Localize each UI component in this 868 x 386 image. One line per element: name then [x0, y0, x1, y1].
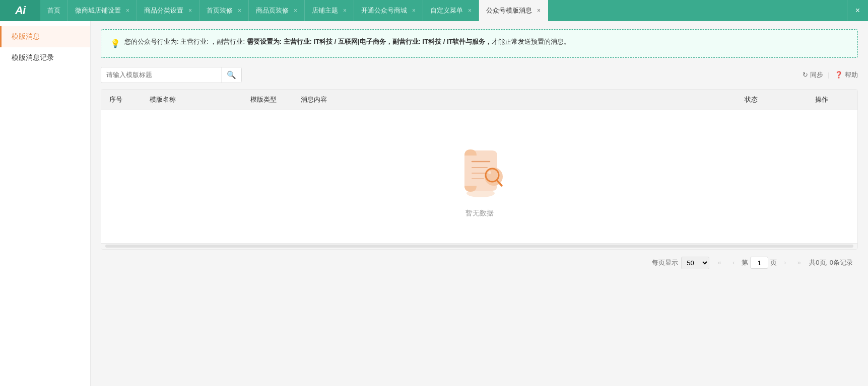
- page-prefix: 第: [742, 258, 748, 267]
- empty-icon: [449, 140, 510, 201]
- nav-tab-微商城店铺设置[interactable]: 微商城店铺设置×: [68, 0, 137, 21]
- page-suffix: 页: [770, 258, 777, 267]
- nav-tab-label: 公众号模版消息: [486, 6, 532, 15]
- nav-tab-label: 首页装修: [207, 6, 233, 15]
- nav-tab-label: 店铺主题: [312, 6, 338, 15]
- table-scrollbar[interactable]: [101, 243, 857, 249]
- help-icon: ❓: [835, 71, 843, 79]
- nav-tab-close[interactable]: ×: [537, 7, 541, 14]
- nav-tabs: 首页微商城店铺设置×商品分类设置×首页装修×商品页装修×店铺主题×开通公众号商城…: [40, 0, 847, 21]
- nav-tab-close[interactable]: ×: [412, 7, 416, 14]
- col-header-content: 消息内容: [293, 90, 737, 110]
- sidebar-item-模版消息记录[interactable]: 模版消息记录: [0, 47, 90, 68]
- alert-icon: 💡: [110, 37, 120, 50]
- global-close-button[interactable]: ×: [847, 0, 868, 21]
- col-header-name: 模版名称: [142, 90, 242, 110]
- search-bar: 🔍 ↻ 同步 | ❓ 帮助: [101, 67, 858, 83]
- nav-tab-close[interactable]: ×: [238, 7, 241, 14]
- sync-icon: ↻: [803, 71, 808, 79]
- search-button[interactable]: 🔍: [221, 67, 241, 83]
- search-input-wrap: 🔍: [101, 67, 242, 83]
- table-header: 序号 模版名称 模版类型 消息内容 状态 操作: [101, 90, 857, 110]
- page-size-label: 每页显示: [652, 258, 678, 267]
- nav-tab-close[interactable]: ×: [188, 7, 192, 14]
- col-header-status: 状态: [737, 90, 807, 110]
- empty-state-row: 暂无数据: [101, 110, 857, 243]
- logo: Ai: [0, 0, 40, 21]
- nav-tab-close[interactable]: ×: [126, 7, 129, 14]
- nav-tab-商品页装修[interactable]: 商品页装修×: [249, 0, 305, 21]
- col-header-action: 操作: [807, 90, 857, 110]
- sync-label: 同步: [810, 70, 823, 80]
- nav-tab-label: 自定义菜单: [430, 6, 463, 15]
- data-table: 序号 模版名称 模版类型 消息内容 状态 操作: [101, 90, 857, 243]
- nav-tab-店铺主题[interactable]: 店铺主题×: [305, 0, 354, 21]
- page-input[interactable]: [750, 257, 768, 269]
- next-page-button[interactable]: ›: [779, 257, 791, 269]
- first-page-button[interactable]: «: [713, 257, 725, 269]
- table-container: 序号 模版名称 模版类型 消息内容 状态 操作: [101, 89, 858, 250]
- nav-tab-label: 首页: [47, 6, 60, 15]
- alert-text: 您的公众号行业为: 主营行业: ，副营行业: 需要设置为: 主营行业: IT科技…: [124, 37, 570, 47]
- total-info: 共0页, 0条记录: [809, 258, 853, 267]
- help-label: 帮助: [845, 70, 858, 80]
- page-size-dropdown[interactable]: 102050100: [681, 257, 709, 269]
- nav-tab-自定义菜单[interactable]: 自定义菜单×: [423, 0, 479, 21]
- page-nav: « ‹ 第 页 › »: [713, 257, 805, 269]
- sync-button[interactable]: ↻ 同步: [803, 70, 823, 80]
- nav-tab-label: 商品分类设置: [144, 6, 183, 15]
- empty-text: 暂无数据: [465, 209, 494, 218]
- nav-tab-label: 开通公众号商城: [361, 6, 407, 15]
- nav-tab-商品分类设置[interactable]: 商品分类设置×: [137, 0, 199, 21]
- sidebar-item-模版消息[interactable]: 模版消息: [0, 26, 90, 47]
- pagination: 每页显示 102050100 « ‹ 第 页 › » 共0页, 0条记录: [101, 250, 858, 274]
- nav-tab-label: 微商城店铺设置: [75, 6, 121, 15]
- help-button[interactable]: ❓ 帮助: [835, 70, 858, 80]
- main-layout: 模版消息模版消息记录 💡 您的公众号行业为: 主营行业: ，副营行业: 需要设置…: [0, 21, 868, 386]
- svg-point-8: [488, 171, 491, 174]
- col-header-type: 模版类型: [242, 90, 293, 110]
- table-body: 暂无数据: [101, 110, 857, 243]
- nav-tab-label: 商品页装修: [256, 6, 289, 15]
- alert-highlight: 需要设置为: 主营行业: IT科技 / 互联网|电子商务，副营行业: IT科技 …: [247, 38, 492, 45]
- alert-box: 💡 您的公众号行业为: 主营行业: ，副营行业: 需要设置为: 主营行业: IT…: [101, 29, 858, 58]
- nav-tab-close[interactable]: ×: [294, 7, 297, 14]
- last-page-button[interactable]: »: [793, 257, 805, 269]
- nav-tab-公众号模版消息[interactable]: 公众号模版消息×: [479, 0, 548, 21]
- scrollbar-track: [105, 245, 853, 248]
- toolbar-divider: |: [828, 71, 830, 79]
- empty-state: 暂无数据: [101, 110, 857, 243]
- nav-tab-close[interactable]: ×: [343, 7, 347, 14]
- nav-tab-开通公众号商城[interactable]: 开通公众号商城×: [354, 0, 423, 21]
- prev-page-button[interactable]: ‹: [727, 257, 740, 269]
- toolbar-right: ↻ 同步 | ❓ 帮助: [803, 70, 858, 80]
- page-size-select: 每页显示 102050100: [652, 257, 709, 269]
- search-input[interactable]: [101, 67, 221, 82]
- col-header-index: 序号: [101, 90, 142, 110]
- content-area: 💡 您的公众号行业为: 主营行业: ，副营行业: 需要设置为: 主营行业: IT…: [91, 21, 868, 386]
- top-nav: Ai 首页微商城店铺设置×商品分类设置×首页装修×商品页装修×店铺主题×开通公众…: [0, 0, 868, 21]
- nav-tab-close[interactable]: ×: [468, 7, 472, 14]
- nav-tab-首页[interactable]: 首页: [40, 0, 68, 21]
- sidebar: 模版消息模版消息记录: [0, 21, 91, 386]
- nav-tab-首页装修[interactable]: 首页装修×: [199, 0, 249, 21]
